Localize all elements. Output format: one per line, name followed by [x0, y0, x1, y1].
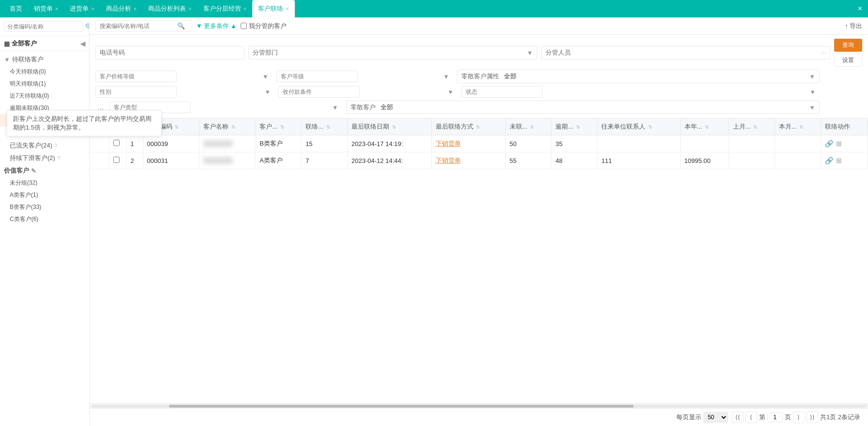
- total-records: 共1页 2条记录: [820, 413, 860, 422]
- my-customers-checkbox[interactable]: [241, 23, 247, 29]
- td-last-date: 2023-04-17 14:19:: [348, 135, 432, 152]
- price-grade-input[interactable]: [95, 71, 177, 82]
- expand-arrow-icon: ▼: [4, 56, 10, 63]
- sidebar-search-icon[interactable]: 🔍: [85, 23, 90, 30]
- ctype-chevron-icon: ▼: [332, 104, 338, 111]
- td-index: 1: [126, 135, 143, 152]
- customer-grade-input[interactable]: [276, 71, 358, 82]
- horizontal-scrollbar[interactable]: [90, 403, 868, 408]
- scrollbar-track: [91, 405, 866, 408]
- td-unit-contact: [597, 135, 680, 152]
- close-segment-icon[interactable]: ×: [244, 6, 246, 12]
- settings-button[interactable]: 设置: [834, 54, 862, 67]
- sidebar-item-type-a[interactable]: A类客户(1): [0, 189, 89, 201]
- td-name: [199, 152, 255, 169]
- export-button[interactable]: ↑ 导出: [845, 22, 863, 30]
- th-last-month[interactable]: 上月... ⇅: [729, 118, 775, 135]
- data-table-wrapper: ⚙ 客户编码 ⇅ 客户名称 ⇅ 客户... ⇅ 联络... ⇅ 最后联络日期 ⇅…: [90, 118, 868, 403]
- edit-value-icon[interactable]: ✎: [31, 167, 36, 175]
- th-name[interactable]: 客户名称 ⇅: [199, 118, 255, 135]
- action-link-icon-1[interactable]: 🔗: [825, 157, 833, 164]
- row-checkbox-0[interactable]: [113, 140, 120, 146]
- page-size-select[interactable]: 50 100 200: [703, 412, 728, 423]
- tab-purchase-order[interactable]: 进货单 ×: [64, 0, 100, 17]
- th-action: 联络动作: [821, 118, 868, 135]
- sidebar-item-ungrouped[interactable]: 未分组(32): [0, 177, 89, 189]
- retail-attr-field[interactable]: 零散客户属性 全部 ▼: [457, 70, 820, 83]
- next-page-btn[interactable]: ⟩: [793, 411, 805, 423]
- tab-sales-order[interactable]: 销货单 ×: [28, 0, 64, 17]
- category-search-input[interactable]: [4, 21, 83, 32]
- action-link-icon-0[interactable]: 🔗: [825, 140, 833, 147]
- price-grade-chevron-icon: ▼: [262, 73, 269, 80]
- sidebar-item-churned[interactable]: 已流失客户(24) ?: [0, 139, 89, 152]
- th-unreached[interactable]: 未联... ⇅: [505, 118, 551, 135]
- sidebar-item-tomorrow[interactable]: 明天待联络(1): [0, 78, 89, 90]
- th-contact[interactable]: 联络... ⇅: [302, 118, 348, 135]
- tab-product-analysis[interactable]: 商品分析 ×: [100, 0, 142, 17]
- page-number-input[interactable]: [767, 412, 783, 422]
- sort-name-icon: ⇅: [231, 124, 235, 130]
- filter-search-icon[interactable]: 🔍: [177, 22, 185, 29]
- sidebar-item-today[interactable]: 今天待联络(0): [0, 66, 89, 78]
- th-last-contact-date[interactable]: 最后联络日期 ⇅: [348, 118, 432, 135]
- more-conditions-btn[interactable]: ▼ 更多条件 ▲: [196, 22, 237, 30]
- status-input[interactable]: [461, 86, 543, 98]
- tab-home[interactable]: 首页: [4, 0, 28, 17]
- th-this-month[interactable]: 本月... ⇅: [775, 118, 821, 135]
- first-page-btn[interactable]: ⟨⟨: [732, 411, 744, 423]
- phone-field[interactable]: 电话号码: [95, 46, 244, 59]
- dept-label: 分管部门: [253, 48, 278, 57]
- dept-chevron-icon: ▼: [527, 49, 533, 57]
- retail-cust-chevron-icon: ▼: [809, 104, 815, 111]
- chevron-up-icon: ▲: [230, 22, 237, 29]
- gender-wrapper: ▼: [95, 86, 274, 98]
- tab-customer-segment[interactable]: 客户分层经营 ×: [198, 0, 252, 17]
- query-button[interactable]: 查询: [834, 39, 862, 52]
- search-input[interactable]: [100, 23, 177, 29]
- retail-attr-value: 全部: [504, 72, 517, 81]
- tab-product-analysis-list[interactable]: 商品分析列表 ×: [142, 0, 197, 17]
- close-all-tabs-icon[interactable]: ×: [858, 4, 862, 13]
- payment-input[interactable]: [278, 86, 360, 98]
- manager-field[interactable]: 分管人员 ···: [541, 46, 830, 59]
- top-navigation: 首页 销货单 × 进货单 × 商品分析 × 商品分析列表 × 客户分层经营 × …: [0, 0, 868, 17]
- td-type: B类客户: [256, 135, 302, 152]
- value-customers-section: 价值客户 ✎: [0, 164, 89, 177]
- action-grid-icon-1[interactable]: ⊞: [836, 157, 842, 164]
- td-last-date: 2023-04-12 14:44:: [348, 152, 432, 169]
- sidebar-item-type-b[interactable]: B类客户(33): [0, 201, 89, 213]
- retail-customer-value: 全部: [381, 103, 393, 112]
- close-product-list-icon[interactable]: ×: [188, 6, 191, 12]
- action-grid-icon-0[interactable]: ⊞: [836, 140, 842, 147]
- last-contact-link[interactable]: 下销货单: [436, 157, 461, 164]
- th-overdue[interactable]: 逾期... ⇅: [551, 118, 597, 135]
- th-unit-contact[interactable]: 往来单位联系人 ⇅: [597, 118, 680, 135]
- row-checkbox-1[interactable]: [113, 157, 120, 163]
- collapse-sidebar-icon[interactable]: ◀: [80, 40, 85, 47]
- prev-page-btn[interactable]: ⟨: [746, 411, 757, 423]
- td-last-method: 下销货单: [431, 135, 505, 152]
- sort-unreached-icon: ⇅: [530, 124, 534, 130]
- th-type[interactable]: 客户... ⇅: [256, 118, 302, 135]
- last-page-btn[interactable]: ⟩⟩: [807, 411, 818, 423]
- gender-input[interactable]: [95, 86, 177, 98]
- sidebar-item-type-c[interactable]: C类客户(6): [0, 213, 89, 225]
- sidebar-item-7days[interactable]: 近7天待联络(0): [0, 90, 89, 102]
- th-this-year[interactable]: 本年... ⇅: [680, 118, 729, 135]
- retail-customer-field[interactable]: 零散客户 全部 ▼: [346, 101, 820, 114]
- close-purchase-icon[interactable]: ×: [91, 6, 94, 12]
- sidebar-item-declining[interactable]: 持续下滑客户(2) ?: [0, 152, 89, 164]
- pending-contact-header[interactable]: ▼ 待联络客户: [0, 53, 89, 66]
- dept-field[interactable]: 分管部门 ▼: [248, 46, 537, 59]
- tab-customer-contact[interactable]: 客户联络 ×: [252, 0, 294, 17]
- td-index: 2: [126, 152, 143, 169]
- last-contact-link[interactable]: 下销货单: [436, 140, 461, 147]
- payment-chevron-icon: ▼: [447, 88, 454, 96]
- close-sales-order-icon[interactable]: ×: [55, 6, 58, 12]
- all-customers-header[interactable]: ▦ 全部客户 ◀: [0, 36, 89, 51]
- close-contact-icon[interactable]: ×: [286, 6, 289, 12]
- th-last-contact-method[interactable]: 最后联络方式 ⇅: [431, 118, 505, 135]
- close-product-analysis-icon[interactable]: ×: [134, 6, 137, 12]
- tooltip-popup: 距客户上次交易时长，超过了此客户的平均交易周期的1.5倍，则视为异常。: [7, 110, 89, 136]
